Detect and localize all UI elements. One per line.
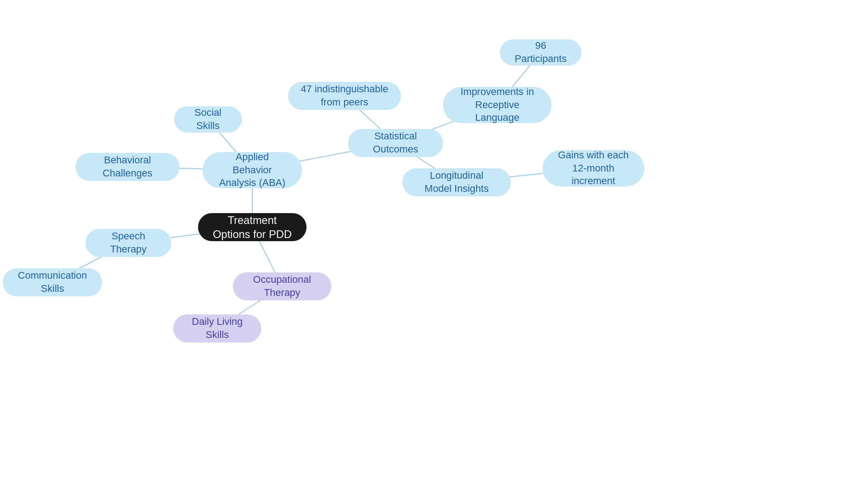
- speech-therapy-node[interactable]: Speech Therapy: [85, 229, 171, 257]
- participants-node[interactable]: 96 Participants: [500, 39, 581, 66]
- communication-skills-node[interactable]: Communication Skills: [3, 268, 102, 296]
- occupational-therapy-label: Occupational Therapy: [245, 273, 319, 299]
- center-node[interactable]: Treatment Options for PDD: [198, 213, 307, 241]
- gains-label: Gains with each 12-month increment: [555, 149, 632, 188]
- longitudinal-label: Longitudinal Model Insights: [415, 169, 498, 195]
- speech-therapy-label: Speech Therapy: [98, 230, 159, 256]
- statistical-outcomes-label: Statistical Outcomes: [361, 130, 430, 156]
- gains-node[interactable]: Gains with each 12-month increment: [542, 150, 644, 186]
- daily-living-label: Daily Living Skills: [186, 315, 249, 341]
- behavioral-challenges-label: Behavioral Challenges: [88, 154, 167, 180]
- social-skills-node[interactable]: Social Skills: [174, 106, 242, 133]
- communication-skills-label: Communication Skills: [15, 269, 90, 295]
- aba-node[interactable]: Applied Behavior Analysis (ABA): [203, 152, 302, 188]
- occupational-therapy-node[interactable]: Occupational Therapy: [233, 272, 331, 300]
- daily-living-node[interactable]: Daily Living Skills: [173, 314, 261, 343]
- center-label: Treatment Options for PDD: [211, 213, 294, 241]
- improvements-node[interactable]: Improvements in Receptive Language: [443, 87, 552, 123]
- indistinguishable-node[interactable]: 47 indistinguishable from peers: [288, 82, 401, 110]
- indistinguishable-label: 47 indistinguishable from peers: [301, 83, 388, 109]
- longitudinal-node[interactable]: Longitudinal Model Insights: [402, 168, 511, 196]
- improvements-label: Improvements in Receptive Language: [456, 86, 539, 124]
- participants-label: 96 Participants: [513, 39, 569, 65]
- statistical-outcomes-node[interactable]: Statistical Outcomes: [348, 129, 443, 157]
- behavioral-challenges-node[interactable]: Behavioral Challenges: [75, 153, 179, 181]
- aba-label: Applied Behavior Analysis (ABA): [215, 151, 289, 190]
- social-skills-label: Social Skills: [187, 106, 229, 132]
